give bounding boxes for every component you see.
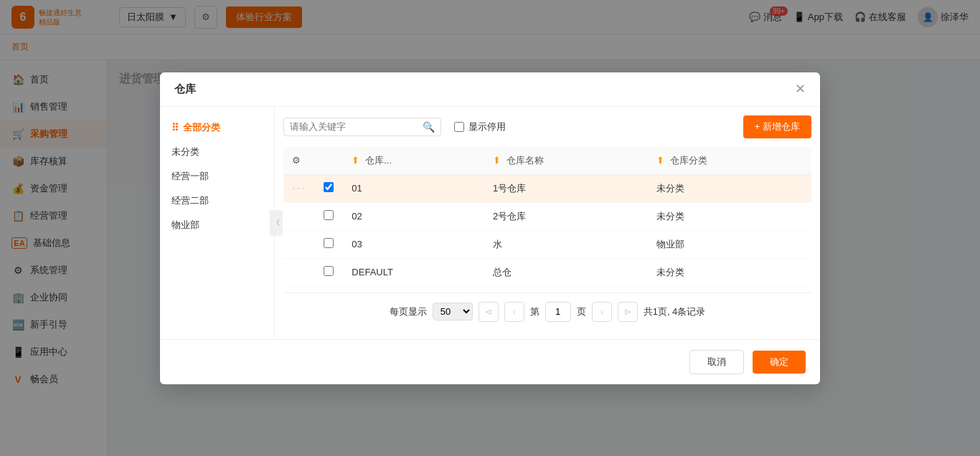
col-header-check — [314, 147, 343, 175]
table-panel: 🔍 显示停用 + 新增仓库 ⚙ — [275, 107, 820, 339]
warehouse-table: ⚙ ⬆ 仓库... ⬆ 仓库名称 — [283, 147, 811, 287]
row-code-cell: 02 — [343, 202, 484, 230]
row-name-cell: 1号仓库 — [484, 174, 648, 202]
row-check-cell — [314, 174, 343, 202]
page-label: 第 — [530, 305, 540, 318]
search-box: 🔍 — [283, 118, 441, 136]
collapse-panel-button[interactable]: 《 — [270, 210, 283, 236]
row-check-cell — [314, 230, 343, 258]
col-header-settings: ⚙ — [283, 147, 314, 175]
show-disabled-label: 显示停用 — [468, 120, 506, 133]
col-header-category: ⬆ 仓库分类 — [648, 147, 811, 175]
page-suffix: 页 — [577, 305, 586, 318]
add-warehouse-button[interactable]: + 新增仓库 — [743, 115, 811, 138]
category-all[interactable]: ⠿ 全部分类 — [160, 115, 274, 140]
row-code-cell: DEFAULT — [343, 258, 484, 286]
row-category-cell: 未分类 — [648, 174, 811, 202]
row-checkbox[interactable] — [324, 266, 334, 276]
category-panel: ⠿ 全部分类 未分类 经营一部 经营二部 物业部 《 — [160, 107, 275, 339]
grid-icon: ⠿ — [171, 122, 179, 133]
category-item-ops2[interactable]: 经营二部 — [160, 189, 274, 213]
row-settings-cell: ··· — [283, 174, 314, 202]
table-head: ⚙ ⬆ 仓库... ⬆ 仓库名称 — [283, 147, 811, 175]
modal-title: 仓库 — [174, 82, 196, 96]
modal-close-button[interactable]: ✕ — [795, 82, 806, 95]
modal-body: ⠿ 全部分类 未分类 经营一部 经营二部 物业部 《 — [160, 107, 820, 339]
row-check-cell — [314, 258, 343, 286]
sort-icon-category: ⬆ — [656, 155, 664, 166]
col-header-code: ⬆ 仓库... — [343, 147, 484, 175]
modal-header: 仓库 ✕ — [160, 72, 820, 107]
page-number-input[interactable] — [545, 302, 571, 322]
table-body: ··· 01 1号仓库 未分类 02 2号仓库 未分类 — [283, 174, 811, 286]
table-toolbar: 🔍 显示停用 + 新增仓库 — [283, 115, 811, 138]
pagination-bar: 每页显示 50 10 20 100 ⊲ ‹ 第 页 › ⊳ 共1页, 4条记录 — [283, 293, 811, 331]
row-checkbox[interactable] — [324, 238, 334, 248]
prev-page-button[interactable]: ‹ — [504, 302, 524, 322]
cancel-button[interactable]: 取消 — [689, 350, 744, 374]
row-category-cell: 未分类 — [648, 258, 811, 286]
row-settings-cell — [283, 202, 314, 230]
row-code-cell: 03 — [343, 230, 484, 258]
table-container: ⚙ ⬆ 仓库... ⬆ 仓库名称 — [283, 147, 811, 287]
row-name-cell: 水 — [484, 230, 648, 258]
row-name-cell: 2号仓库 — [484, 202, 648, 230]
first-page-button[interactable]: ⊲ — [479, 302, 499, 322]
category-item-unclassified[interactable]: 未分类 — [160, 140, 274, 164]
table-row[interactable]: DEFAULT 总仓 未分类 — [283, 258, 811, 286]
row-settings-cell — [283, 230, 314, 258]
row-checkbox[interactable] — [324, 210, 334, 220]
table-row[interactable]: ··· 01 1号仓库 未分类 — [283, 174, 811, 202]
per-page-select[interactable]: 50 10 20 100 — [433, 303, 473, 320]
row-code-cell: 01 — [343, 174, 484, 202]
category-item-property[interactable]: 物业部 — [160, 213, 274, 237]
modal-overlay: 仓库 ✕ ⠿ 全部分类 未分类 经营一部 经营二部 — [0, 0, 980, 456]
per-page-label: 每页显示 — [390, 305, 427, 318]
table-header-row: ⚙ ⬆ 仓库... ⬆ 仓库名称 — [283, 147, 811, 175]
total-records-label: 共1页, 4条记录 — [644, 305, 706, 318]
next-page-button[interactable]: › — [592, 302, 612, 322]
show-disabled-area: 显示停用 — [454, 120, 506, 133]
table-row[interactable]: 03 水 物业部 — [283, 230, 811, 258]
confirm-button[interactable]: 确定 — [753, 351, 806, 374]
sort-icon-code: ⬆ — [352, 155, 359, 166]
sort-icon-name: ⬆ — [493, 155, 501, 166]
search-icon[interactable]: 🔍 — [423, 121, 435, 133]
category-all-label: 全部分类 — [183, 121, 220, 134]
row-settings-cell — [283, 258, 314, 286]
row-checkbox[interactable] — [324, 182, 334, 192]
col-header-name: ⬆ 仓库名称 — [484, 147, 648, 175]
row-category-cell: 物业部 — [648, 230, 811, 258]
warehouse-modal: 仓库 ✕ ⠿ 全部分类 未分类 经营一部 经营二部 — [160, 72, 820, 384]
search-input[interactable] — [290, 121, 423, 132]
modal-footer: 取消 确定 — [160, 339, 820, 384]
show-disabled-checkbox[interactable] — [454, 122, 464, 132]
row-check-cell — [314, 202, 343, 230]
last-page-button[interactable]: ⊳ — [618, 302, 638, 322]
row-name-cell: 总仓 — [484, 258, 648, 286]
row-category-cell: 未分类 — [648, 202, 811, 230]
category-item-ops1[interactable]: 经营一部 — [160, 164, 274, 189]
table-row[interactable]: 02 2号仓库 未分类 — [283, 202, 811, 230]
row-more-button[interactable]: ··· — [292, 182, 306, 194]
